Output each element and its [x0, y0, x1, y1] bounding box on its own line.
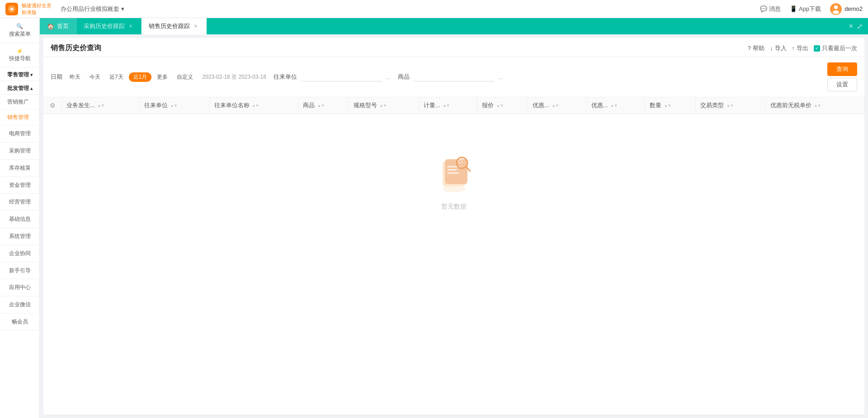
date-opt-7days[interactable]: 近7天 — [106, 72, 127, 82]
sort-icon: ▲▼ — [552, 104, 559, 108]
product-filter-group: 商品 ... — [398, 72, 503, 81]
logo-text: 畅捷通好生意 标准版 — [22, 2, 52, 15]
close-window-button[interactable]: × — [849, 22, 853, 30]
product-dots: ... — [498, 74, 503, 81]
th-discount2[interactable]: 优惠... ▲▼ — [586, 97, 645, 114]
chevron-down-icon: ▾ — [30, 72, 33, 77]
sidebar-item-ecommerce[interactable]: 电商管理 — [0, 125, 39, 142]
table-header: ⚙ 业务发生... ▲▼ 往来单位 ▲▼ 往来单位名称 ▲▼ — [43, 97, 864, 114]
app-download-button[interactable]: 📱 App下载 — [790, 5, 821, 13]
sidebar-item-system-mgmt[interactable]: 系统管理 — [0, 228, 39, 245]
message-button[interactable]: 💬 消息 — [760, 5, 781, 13]
sidebar-item-quick-nav[interactable]: ⚡ 快捷导航 — [0, 43, 39, 68]
sidebar-item-operations[interactable]: 经营管理 — [0, 194, 39, 211]
sidebar-item-enterprise-collab[interactable]: 企业协同 — [0, 245, 39, 262]
workspace-selector[interactable]: 办公用品行业模拟账套 ▾ — [61, 5, 124, 13]
tab-sales-history[interactable]: 销售历史价跟踪 × — [142, 18, 207, 34]
data-table: ⚙ 业务发生... ▲▼ 往来单位 ▲▼ 往来单位名称 ▲▼ — [43, 97, 864, 114]
export-button[interactable]: ↑ 导出 — [792, 44, 809, 52]
sort-icon: ▲▼ — [97, 104, 104, 108]
gear-icon[interactable]: ⚙ — [48, 101, 57, 110]
sidebar-item-search-menu[interactable]: 🔍 搜索菜单 — [0, 18, 39, 43]
sort-icon: ▲▼ — [252, 104, 259, 108]
import-icon: ↓ — [770, 45, 773, 52]
th-trade-type[interactable]: 交易类型 ▲▼ — [696, 97, 765, 114]
nav-icon: ⚡ — [16, 48, 23, 55]
th-partner-code[interactable]: 往来单位 ▲▼ — [140, 97, 209, 114]
export-icon: ↑ — [792, 45, 795, 52]
top-header: 畅捷通好生意 标准版 办公用品行业模拟账套 ▾ 💬 消息 📱 App下载 dem… — [0, 0, 868, 18]
header-right: 💬 消息 📱 App下载 demo2 — [760, 3, 863, 15]
chevron-down-icon: ▾ — [121, 5, 124, 12]
user-area[interactable]: demo2 — [830, 3, 863, 15]
tab-home[interactable]: 🏠 首页 — [40, 18, 76, 34]
product-input[interactable] — [413, 72, 495, 81]
product-label: 商品 — [398, 73, 410, 81]
date-label: 日期 — [51, 73, 62, 81]
partner-input[interactable] — [301, 72, 382, 81]
search-icon: 🔍 — [16, 23, 23, 30]
sidebar-item-inventory[interactable]: 库存核算 — [0, 160, 39, 177]
th-biz-date[interactable]: 业务发生... ▲▼ — [62, 97, 140, 114]
sidebar-item-marketing[interactable]: 营销推广 — [0, 95, 39, 110]
date-range-text: 2023-02-18 至 2023-03-18 — [202, 73, 266, 81]
only-last-checkbox[interactable]: ✓ 只看最后一次 — [814, 44, 857, 52]
empty-text: 暂无数据 — [441, 203, 467, 211]
page-header: 销售历史价查询 ? 帮助 ↓ 导入 ↑ 导出 ✓ — [43, 38, 864, 57]
close-tab-purchase-icon[interactable]: × — [127, 23, 134, 29]
home-icon: 🏠 — [47, 23, 54, 30]
sidebar-item-purchase-mgmt[interactable]: 采购管理 — [0, 142, 39, 160]
date-opt-1month[interactable]: 近1月 — [129, 72, 152, 82]
th-discount1[interactable]: 优惠... ▲▼ — [528, 97, 587, 114]
sidebar: 🔍 搜索菜单 ⚡ 快捷导航 零售管理 ▾ 批发管理 ▴ 营销推广 销售管理 电商… — [0, 18, 40, 418]
date-filter-group: 日期 昨天 今天 近7天 近1月 更多 自定义 2023-02-18 至 202… — [51, 72, 266, 82]
help-button[interactable]: ? 帮助 — [748, 44, 764, 52]
username-label: demo2 — [844, 5, 863, 12]
sort-icon: ▲▼ — [380, 104, 387, 108]
sort-icon: ▲▼ — [170, 104, 178, 108]
maximize-window-button[interactable]: ⤢ — [857, 22, 863, 31]
sidebar-item-enterprise-wechat[interactable]: 企业微信 — [0, 296, 39, 314]
tab-purchase-history[interactable]: 采购历史价跟踪 × — [76, 18, 142, 34]
main-layout: 🔍 搜索菜单 ⚡ 快捷导航 零售管理 ▾ 批发管理 ▴ 营销推广 销售管理 电商… — [0, 18, 868, 418]
query-actions: 查询 设置 — [827, 62, 857, 91]
date-opt-yesterday[interactable]: 昨天 — [66, 72, 84, 82]
th-spec[interactable]: 规格型号 ▲▼ — [349, 97, 419, 114]
date-opt-custom[interactable]: 自定义 — [173, 72, 197, 82]
date-opt-today[interactable]: 今天 — [86, 72, 104, 82]
sidebar-item-retail-mgmt[interactable]: 零售管理 ▾ — [0, 67, 39, 81]
th-pre-tax-price[interactable]: 优惠前无税单价 ▲▼ — [765, 97, 864, 114]
date-options: 昨天 今天 近7天 近1月 更多 自定义 — [66, 72, 197, 82]
close-tab-sales-icon[interactable]: × — [193, 23, 199, 29]
sidebar-item-sales-mgmt[interactable]: 销售管理 — [0, 110, 39, 125]
date-opt-more[interactable]: 更多 — [153, 72, 171, 82]
sidebar-item-vip[interactable]: 畅会员 — [0, 314, 39, 331]
sidebar-item-finance[interactable]: 资金管理 — [0, 177, 39, 194]
chevron-up-icon: ▴ — [30, 86, 33, 91]
th-quote[interactable]: 报价 ▲▼ — [477, 97, 528, 114]
avatar — [830, 3, 842, 15]
sort-icon: ▲▼ — [664, 104, 671, 108]
content-area: 🏠 首页 采购历史价跟踪 × 销售历史价跟踪 × × ⤢ 销售历史价查询 — [40, 18, 868, 418]
th-unit[interactable]: 计量... ▲▼ — [419, 97, 477, 114]
tab-bar: 🏠 首页 采购历史价跟踪 × 销售历史价跟踪 × × ⤢ — [40, 18, 868, 34]
sidebar-item-basic-info[interactable]: 基础信息 — [0, 211, 39, 228]
sidebar-item-new-guide[interactable]: 新手引导 — [0, 262, 39, 280]
svg-rect-8 — [447, 172, 459, 174]
sort-icon: ▲▼ — [443, 104, 450, 108]
page-title: 销售历史价查询 — [51, 43, 101, 53]
workspace-label: 办公用品行业模拟账套 — [61, 5, 119, 13]
th-product[interactable]: 商品 ▲▼ — [298, 97, 349, 114]
th-partner-name[interactable]: 往来单位名称 ▲▼ — [209, 97, 298, 114]
sidebar-item-wholesale-mgmt[interactable]: 批发管理 ▴ — [0, 81, 39, 95]
query-button[interactable]: 查询 — [827, 62, 857, 76]
th-settings: ⚙ — [43, 97, 62, 114]
import-button[interactable]: ↓ 导入 — [770, 44, 787, 52]
sidebar-item-app-center[interactable]: 应用中心 — [0, 279, 39, 296]
tab-actions: × ⤢ — [849, 22, 868, 31]
settings-button[interactable]: 设置 — [827, 78, 857, 91]
th-quantity[interactable]: 数量 ▲▼ — [645, 97, 696, 114]
partner-label: 往来单位 — [274, 73, 297, 81]
download-icon: 📱 — [790, 5, 797, 12]
filter-area: 日期 昨天 今天 近7天 近1月 更多 自定义 2023-02-18 至 202… — [43, 57, 864, 97]
